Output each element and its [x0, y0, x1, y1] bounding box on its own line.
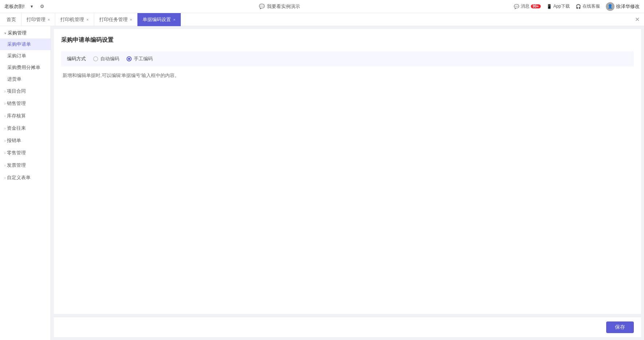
sidebar-group-retail-mgmt[interactable]: › 零售管理: [0, 147, 51, 159]
tab-printer-mgmt-label: 打印机管理: [60, 16, 84, 23]
header-center: 💬 我要看实例演示: [259, 3, 300, 10]
sidebar: ▾ 采购管理 采购申请单 采购订单 采购费用分摊单 进货单 › 项目合同 › 销…: [0, 26, 51, 340]
manual-code-radio-circle: [127, 56, 132, 61]
tab-printer-mgmt[interactable]: 打印机管理 ×: [55, 13, 94, 26]
brand-text: 老板勿割!: [4, 3, 25, 10]
save-button[interactable]: 保存: [606, 321, 634, 333]
auto-code-radio-circle: [93, 56, 98, 61]
sidebar-group-inventory-label: 库存核算: [7, 113, 26, 119]
tab-print-task-mgmt-close[interactable]: ×: [130, 17, 132, 22]
arrow-icon-invoice: ›: [4, 163, 5, 167]
header-right: 💬 消息 99+ 📱 App下载 🎧 在线客服 👤 徐泽华修改: [514, 2, 640, 11]
dropdown-icon[interactable]: ▾: [29, 4, 35, 9]
tab-print-task-mgmt-label: 打印任务管理: [99, 16, 128, 23]
app-download-button[interactable]: 📱 App下载: [547, 3, 570, 9]
tab-print-task-mgmt[interactable]: 打印任务管理 ×: [94, 13, 137, 26]
demo-icon: 💬: [259, 4, 265, 9]
window-close-button[interactable]: ✕: [631, 16, 644, 23]
message-badge: 99+: [531, 4, 541, 8]
tab-barcode-setting[interactable]: 单据编码设置 ×: [137, 13, 181, 26]
sidebar-item-purchase-request[interactable]: 采购申请单: [0, 39, 51, 50]
app-download-label: App下载: [553, 3, 570, 9]
online-service-button[interactable]: 🎧 在线客服: [576, 3, 600, 9]
arrow-icon-project: ›: [4, 89, 5, 93]
app-icon: 📱: [547, 4, 552, 9]
sidebar-group-invoice-label: 发票管理: [7, 162, 26, 169]
sidebar-group-capital[interactable]: › 资金往来: [0, 122, 51, 134]
manual-code-label: 手工编码: [134, 56, 153, 62]
sidebar-group-project-contract[interactable]: › 项目合同: [0, 85, 51, 97]
coding-method-label: 编码方式: [67, 56, 86, 62]
avatar: 👤: [606, 2, 615, 11]
content-area: 采购申请单编码设置 编码方式 自动编码 手工编码 新增和编辑单据时,可以编辑'单…: [51, 26, 644, 340]
sidebar-item-purchase-fee-label: 采购费用分摊单: [7, 65, 40, 70]
radio-group: 自动编码 手工编码: [93, 56, 153, 62]
arrow-icon-purchase: ▾: [4, 31, 6, 35]
sidebar-item-stock-in-label: 进货单: [7, 76, 21, 82]
tab-barcode-setting-label: 单据编码设置: [143, 16, 171, 23]
user-name: 徐泽华修改: [616, 3, 640, 10]
sidebar-item-stock-in[interactable]: 进货单: [0, 73, 51, 85]
sidebar-group-returns-label: 报销单: [7, 137, 21, 144]
manual-code-radio[interactable]: 手工编码: [127, 56, 153, 62]
arrow-icon-custom: ›: [4, 176, 5, 180]
description-text: 新增和编辑单据时,可以编辑'单据编号'输入框中的内容。: [61, 72, 634, 79]
arrow-icon-returns: ›: [4, 139, 5, 143]
sidebar-group-purchase-mgmt[interactable]: ▾ 采购管理: [0, 26, 51, 39]
arrow-icon-sales: ›: [4, 102, 5, 106]
sidebar-item-purchase-request-label: 采购申请单: [7, 41, 31, 47]
tab-home-label: 首页: [7, 16, 16, 23]
tab-print-mgmt[interactable]: 打印管理 ×: [21, 13, 55, 26]
sidebar-group-custom-label: 自定义表单: [7, 174, 31, 181]
header-bar: 老板勿割! ▾ ⚙ 💬 我要看实例演示 💬 消息 99+ 📱 App下载 🎧 在…: [0, 0, 644, 13]
tab-printer-mgmt-close[interactable]: ×: [86, 17, 88, 22]
sidebar-group-inventory[interactable]: › 库存核算: [0, 110, 51, 122]
sidebar-group-sales-mgmt[interactable]: › 销售管理: [0, 97, 51, 110]
arrow-icon-retail: ›: [4, 151, 5, 155]
sidebar-item-purchase-order[interactable]: 采购订单: [0, 50, 51, 62]
online-service-label: 在线客服: [583, 3, 600, 9]
content-footer: 保存: [54, 317, 641, 337]
sidebar-group-invoice-mgmt[interactable]: › 发票管理: [0, 159, 51, 171]
content-main: 采购申请单编码设置 编码方式 自动编码 手工编码 新增和编辑单据时,可以编辑'单…: [54, 29, 641, 314]
header-left: 老板勿割! ▾ ⚙: [4, 3, 45, 10]
sidebar-group-sales-label: 销售管理: [7, 100, 26, 107]
main-layout: ▾ 采购管理 采购申请单 采购订单 采购费用分摊单 进货单 › 项目合同 › 销…: [0, 26, 644, 340]
tab-barcode-setting-close[interactable]: ×: [173, 17, 175, 22]
arrow-icon-inventory: ›: [4, 114, 5, 118]
sidebar-group-retail-label: 零售管理: [7, 150, 26, 156]
sidebar-group-purchase-label: 采购管理: [8, 30, 27, 36]
sidebar-item-purchase-fee[interactable]: 采购费用分摊单: [0, 62, 51, 73]
auto-code-radio[interactable]: 自动编码: [93, 56, 119, 62]
sidebar-group-capital-label: 资金往来: [7, 125, 26, 131]
sidebar-group-custom-form[interactable]: › 自定义表单: [0, 171, 51, 184]
coding-method-row: 编码方式 自动编码 手工编码: [61, 51, 634, 66]
service-icon: 🎧: [576, 4, 581, 9]
sidebar-group-returns[interactable]: › 报销单: [0, 134, 51, 147]
message-icon: 💬: [514, 4, 519, 9]
page-title: 采购申请单编码设置: [61, 36, 634, 44]
tab-print-mgmt-close[interactable]: ×: [48, 17, 50, 22]
user-profile[interactable]: 👤 徐泽华修改: [606, 2, 640, 11]
message-button[interactable]: 💬 消息 99+: [514, 3, 541, 9]
sidebar-group-project-label: 项目合同: [7, 88, 26, 94]
settings-icon[interactable]: ⚙: [39, 4, 45, 9]
sidebar-item-purchase-order-label: 采购订单: [7, 53, 26, 58]
demo-link[interactable]: 我要看实例演示: [267, 3, 300, 10]
auto-code-label: 自动编码: [100, 56, 119, 62]
tab-print-mgmt-label: 打印管理: [27, 16, 45, 23]
message-label: 消息: [521, 3, 529, 9]
tab-home[interactable]: 首页: [1, 13, 21, 26]
arrow-icon-capital: ›: [4, 126, 5, 130]
tab-bar: 首页 打印管理 × 打印机管理 × 打印任务管理 × 单据编码设置 × ✕: [0, 13, 644, 26]
